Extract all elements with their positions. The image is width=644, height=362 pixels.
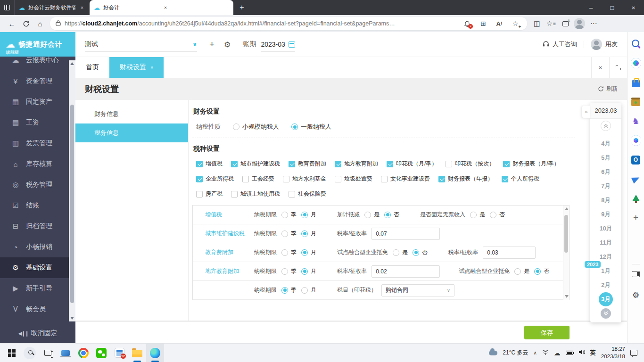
- new-tab-button[interactable]: +: [235, 1, 248, 14]
- read-aloud-icon[interactable]: A⁾: [493, 17, 505, 30]
- radio-quarter[interactable]: 季: [281, 248, 297, 256]
- sidebar-item-cloud-reports[interactable]: ☁云报表中心: [0, 57, 69, 71]
- radio-general-taxpayer[interactable]: 一般纳税人: [291, 123, 331, 131]
- radio-yes[interactable]: 是: [364, 211, 380, 219]
- weather-widget[interactable]: 21°C 多云: [503, 349, 528, 357]
- sidebar-scrollbar[interactable]: [69, 60, 75, 321]
- copilot-icon[interactable]: [631, 135, 641, 146]
- sidebar-item-payroll[interactable]: ▤工资: [0, 112, 69, 133]
- tab-actions-icon[interactable]: [0, 0, 14, 15]
- discover-icon[interactable]: [631, 58, 641, 68]
- close-all-tabs-icon[interactable]: ×: [591, 57, 609, 78]
- checkbox-personal-income-tax[interactable]: 个人所得税: [502, 175, 539, 183]
- calendar-month[interactable]: 8月: [598, 193, 614, 207]
- side-panel-icon[interactable]: [632, 271, 640, 277]
- shopping-icon[interactable]: [631, 77, 641, 88]
- clock[interactable]: 18:272023/3/18: [601, 346, 625, 360]
- radio-quarter[interactable]: 季: [281, 230, 297, 238]
- refresh-button[interactable]: [19, 16, 33, 31]
- rate-input[interactable]: [372, 228, 440, 240]
- checkbox-vat[interactable]: 增值税: [196, 160, 223, 168]
- tab-close-icon[interactable]: ×: [162, 5, 169, 10]
- back-button[interactable]: ←: [5, 16, 19, 31]
- calendar-app-icon[interactable]: 12: [110, 344, 128, 362]
- checkbox-stamp-tax-per-occurrence[interactable]: 印花税（按次）: [446, 160, 495, 168]
- radio-yes[interactable]: 是: [514, 267, 529, 275]
- address-bar[interactable]: https://cloud2.chanjet.com/accounting/uh…: [50, 17, 527, 30]
- task-view-button[interactable]: [39, 344, 57, 362]
- tab-close-icon[interactable]: ×: [79, 5, 85, 10]
- checkbox-cultural-construction-fee[interactable]: 文化事业建设费: [381, 175, 430, 183]
- add-favorite-icon[interactable]: ☆: [509, 17, 521, 30]
- start-button[interactable]: [3, 344, 21, 362]
- drop-send-icon[interactable]: [631, 174, 641, 184]
- radio-no[interactable]: 否: [534, 267, 549, 275]
- battery-icon[interactable]: [566, 351, 573, 355]
- checkbox-stamp-tax-monthly[interactable]: 印花税（月/季）: [387, 160, 437, 168]
- scroll-up-icon[interactable]: [565, 207, 569, 210]
- wifi-icon[interactable]: [542, 349, 549, 356]
- browser-tab-active[interactable]: ☁ 好会计 ×: [90, 0, 233, 15]
- tab-financial-settings[interactable]: 财税设置 ×: [109, 57, 164, 78]
- window-close-button[interactable]: ×: [623, 0, 644, 15]
- sidebar-item-membership[interactable]: Ⅴ畅会员: [0, 299, 69, 320]
- radio-month[interactable]: 月: [301, 230, 316, 238]
- scrollbar-thumb[interactable]: [70, 105, 74, 303]
- calendar-month[interactable]: 11月: [598, 236, 614, 250]
- calendar-month[interactable]: 4月: [598, 137, 614, 151]
- refresh-page-button[interactable]: 刷新: [598, 85, 618, 93]
- subnav-finance-info[interactable]: 财务信息: [75, 105, 188, 123]
- browser-profile-avatar[interactable]: [572, 16, 586, 31]
- save-button[interactable]: 保存: [524, 326, 570, 339]
- account-settings-icon[interactable]: ⚙: [224, 40, 231, 49]
- radio-yes[interactable]: 是: [470, 211, 485, 219]
- search-icon[interactable]: [631, 39, 641, 49]
- games-icon[interactable]: ♞: [631, 116, 641, 126]
- collections-icon[interactable]: [558, 16, 572, 31]
- add-icon[interactable]: +: [631, 213, 641, 223]
- radio-small-scale-taxpayer[interactable]: 小规模纳税人: [233, 123, 279, 131]
- sidebar-item-closing[interactable]: ☑结账: [0, 195, 69, 216]
- checkbox-union-funds[interactable]: 工会经费: [242, 175, 274, 183]
- period-picker[interactable]: 2023-03: [261, 37, 295, 52]
- subnav-tax-info[interactable]: 税务信息: [75, 123, 188, 142]
- sidebar-item-beginner-guide[interactable]: ▶新手引导: [0, 278, 69, 299]
- scroll-down-icon[interactable]: [70, 317, 74, 320]
- toolbox-icon[interactable]: [631, 97, 641, 107]
- notification-icon[interactable]: [630, 350, 637, 356]
- checkbox-local-education-surcharge[interactable]: 地方教育附加: [335, 160, 378, 168]
- stamp-tax-item-select[interactable]: 购销合同 ∨: [381, 284, 454, 296]
- rate-input[interactable]: [483, 247, 536, 259]
- radio-month[interactable]: 月: [301, 248, 316, 256]
- scrollbar-thumb[interactable]: [564, 215, 568, 253]
- calendar-month[interactable]: 9月: [598, 207, 614, 222]
- sidebar-item-fixed-assets[interactable]: ▦固定资产: [0, 91, 69, 112]
- wechat-icon[interactable]: [92, 344, 110, 362]
- radio-no[interactable]: 否: [384, 211, 399, 219]
- tax-name-link[interactable]: 增值税: [205, 211, 254, 219]
- sidebar-settings-icon[interactable]: ⚙: [632, 290, 639, 300]
- ime-indicator[interactable]: 英: [590, 349, 596, 357]
- calendar-month[interactable]: 2月: [598, 278, 614, 292]
- company-select[interactable]: 测试 ∨: [85, 37, 197, 52]
- tax-name-link[interactable]: 城市维护建设税: [205, 230, 254, 238]
- onedrive-icon[interactable]: ☁: [554, 349, 561, 357]
- calendar-month-selected[interactable]: 3月: [599, 292, 613, 306]
- sidebar-item-funds[interactable]: ¥资金管理: [0, 71, 69, 91]
- sidebar-item-expense[interactable]: ◔小畅报销: [0, 237, 69, 257]
- file-explorer-icon[interactable]: [128, 344, 146, 362]
- radio-month[interactable]: 月: [301, 267, 316, 275]
- checkbox-local-water-fund[interactable]: 地方水利基金: [283, 175, 326, 183]
- tab-home[interactable]: 首页: [75, 57, 109, 78]
- notifications-blocked-icon[interactable]: [461, 17, 473, 30]
- tray-chevron-icon[interactable]: ∧: [534, 350, 537, 355]
- window-maximize-button[interactable]: □: [602, 0, 623, 15]
- checkbox-financial-statements-monthly[interactable]: 财务报表（月/季）: [503, 160, 559, 168]
- scroll-up-icon[interactable]: [70, 62, 74, 65]
- rate-input[interactable]: [372, 265, 440, 278]
- search-button[interactable]: [21, 344, 39, 362]
- radio-month[interactable]: 月: [301, 211, 316, 219]
- window-minimize-button[interactable]: –: [580, 0, 602, 15]
- chrome-icon[interactable]: [74, 344, 92, 362]
- fullscreen-icon[interactable]: [609, 57, 627, 78]
